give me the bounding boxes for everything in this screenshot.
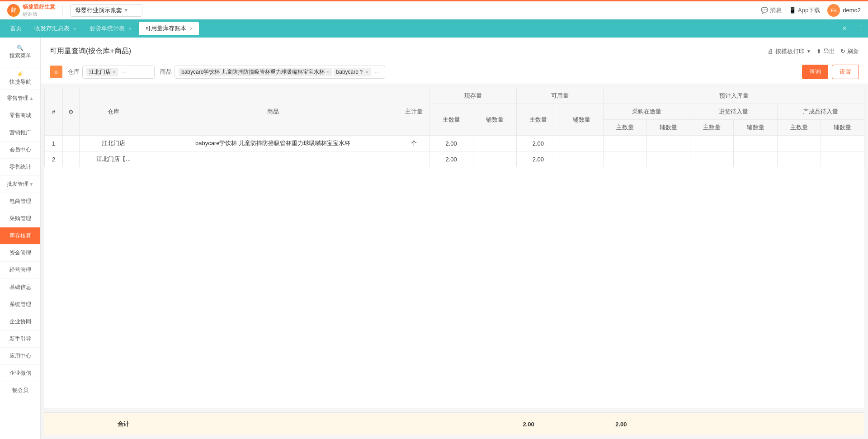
warehouse-tag-1: 江北门店 ×: [86, 68, 118, 76]
chevron-down-icon: ▼: [124, 8, 128, 13]
cell-avail-aux: [560, 136, 603, 151]
sidebar-item-appstore[interactable]: 应用中心: [0, 348, 40, 365]
tab-home[interactable]: 首页: [4, 22, 28, 35]
tab-receipts-label: 收发存汇总表: [34, 24, 70, 33]
cell-settings: [63, 136, 80, 151]
page-actions: 🖨 按模板打印 ▼ ⬆ 导出 ↻ 刷新: [768, 47, 859, 56]
logo-icon: 好: [7, 4, 20, 17]
setting-button[interactable]: 设置: [832, 65, 859, 79]
chevron-icon: ▲: [29, 96, 34, 101]
sidebar-item-system[interactable]: 系统管理: [0, 296, 40, 313]
chevron-print-icon: ▼: [807, 49, 811, 54]
cell-warehouse: 江北门店【...: [80, 151, 148, 167]
th-ip-aux: 辅数量: [734, 120, 777, 136]
org-selector[interactable]: 母婴行业演示账套 ▼: [70, 4, 142, 17]
sidebar-item-enterprise[interactable]: 企业协同: [0, 313, 40, 330]
sidebar-item-operations[interactable]: 经营管理: [0, 262, 40, 279]
nav-icon: ⚡: [17, 71, 24, 77]
product-ellipsis[interactable]: ···: [373, 69, 381, 75]
sidebar-item-inventory[interactable]: 库存核算: [0, 227, 40, 245]
th-forecast-in: 预计入库量: [604, 88, 864, 104]
product-filter: 商品 babycare学饮杯 儿童防摔防撞吸管杯重力球吸嘴杯宝宝水杯 × bab…: [160, 66, 385, 79]
cell-ip-main: [690, 151, 734, 167]
sidebar-item-basic[interactable]: 基础信息: [0, 279, 40, 296]
top-bar: 好 畅捷通好生意 标准版 母婴行业演示账套 ▼ 💬 消息 📱 App下载 Ea …: [0, 1, 868, 19]
tab-fullscreen-button[interactable]: ⛶: [854, 23, 864, 34]
product-tag-1: babycare学饮杯 儿童防摔防撞吸管杯重力球吸嘴杯宝宝水杯 ×: [179, 68, 332, 76]
tab-available-close[interactable]: ×: [190, 26, 193, 31]
th-main-unit: 主计量: [398, 88, 429, 136]
filter-expand-button[interactable]: »: [50, 66, 62, 78]
tab-close-all-button[interactable]: ×: [839, 23, 850, 34]
refresh-button[interactable]: ↻ 刷新: [840, 47, 859, 56]
warehouse-input[interactable]: 江北门店 × ···: [82, 66, 155, 79]
warehouse-ellipsis[interactable]: ···: [120, 69, 128, 75]
table-container: # ⚙ 仓库 商品 主计量 现存量 可用量 预计入库量 主数量 辅数量: [44, 88, 864, 408]
warehouse-tag-remove[interactable]: ×: [113, 70, 115, 75]
query-button[interactable]: 查询: [802, 65, 828, 79]
msg-button[interactable]: 💬 消息: [761, 6, 782, 14]
sidebar-item-quicknav[interactable]: ⚡ 快捷导航: [0, 67, 40, 90]
search-icon: 🔍: [17, 45, 24, 51]
sidebar-item-member2[interactable]: 畅会员: [0, 382, 40, 399]
download-icon: 📱: [789, 7, 796, 14]
th-fp-aux: 辅数量: [821, 120, 864, 136]
tab-orders[interactable]: 要货单统计表 ×: [83, 22, 137, 35]
refresh-icon: ↻: [840, 48, 845, 55]
cell-avail-aux: [560, 151, 603, 167]
th-product: 商品: [148, 88, 398, 136]
sidebar-search-area: 🔍 搜索菜单: [0, 38, 40, 67]
app-download-button[interactable]: 📱 App下载: [789, 6, 820, 14]
sidebar-item-retail-mgmt[interactable]: 零售管理 ▲: [0, 90, 40, 107]
th-settings[interactable]: ⚙: [63, 88, 80, 136]
tab-orders-close[interactable]: ×: [128, 26, 131, 31]
msg-icon: 💬: [761, 7, 768, 14]
main-layout: 🔍 搜索菜单 ⚡ 快捷导航 零售管理 ▲ 零售商城 营销推广 会员中心 零售统计…: [0, 38, 868, 439]
cell-unit: 个: [398, 136, 429, 151]
sidebar-item-retail-stats[interactable]: 零售统计: [0, 159, 40, 176]
export-button[interactable]: ⬆ 导出: [816, 47, 835, 56]
th-avail-main-qty: 主数量: [516, 104, 560, 136]
th-pt-aux: 辅数量: [647, 120, 690, 136]
sidebar-item-guide[interactable]: 新手引导: [0, 330, 40, 348]
data-table: # ⚙ 仓库 商品 主计量 现存量 可用量 预计入库量 主数量 辅数量: [44, 88, 864, 167]
search-menu-button[interactable]: 🔍 搜索菜单: [4, 42, 37, 62]
product-tag-remove[interactable]: ×: [326, 70, 329, 75]
th-avail-aux-qty: 辅数量: [560, 104, 603, 136]
template-print-button[interactable]: 🖨 按模板打印 ▼: [768, 47, 811, 56]
th-warehouse: 仓库: [80, 88, 148, 136]
sidebar-item-wecom[interactable]: 企业微信: [0, 365, 40, 382]
sidebar-item-wholesale-mgmt[interactable]: 批发管理 ▼: [0, 176, 40, 193]
product-tag-2-remove[interactable]: ×: [366, 70, 368, 75]
logo-area: 好 畅捷通好生意 标准版: [7, 3, 55, 18]
cell-curr-aux: [473, 136, 516, 151]
th-finished-pending: 产成品待入量: [777, 104, 864, 120]
top-bar-left: 好 畅捷通好生意 标准版 母婴行业演示账套 ▼: [7, 3, 142, 18]
cell-settings: [63, 151, 80, 167]
sidebar-item-purchase[interactable]: 采购管理: [0, 210, 40, 227]
tab-receipts[interactable]: 收发存汇总表 ×: [28, 22, 82, 35]
chevron2-icon: ▼: [29, 182, 34, 187]
product-input[interactable]: babycare学饮杯 儿童防摔防撞吸管杯重力球吸嘴杯宝宝水杯 × babyca…: [175, 66, 385, 79]
cell-curr-main: 2.00: [429, 151, 473, 167]
cell-pt-aux: [647, 136, 690, 151]
user-menu[interactable]: Ea demo2: [827, 4, 861, 17]
cell-pt-main: [604, 151, 647, 167]
sidebar-item-marketing[interactable]: 营销推广: [0, 124, 40, 142]
cell-avail-main: 2.00: [516, 136, 560, 151]
msg-label: 消息: [770, 6, 782, 14]
cell-fp-aux: [821, 136, 864, 151]
sidebar-item-retail-mall[interactable]: 零售商城: [0, 107, 40, 124]
sidebar-item-ecommerce[interactable]: 电商管理: [0, 193, 40, 210]
tab-available[interactable]: 可用量库存账本 ×: [139, 22, 199, 35]
sidebar-item-finance[interactable]: 资金管理: [0, 245, 40, 262]
footer-label: 合计: [112, 416, 466, 432]
settings-icon: ⚙: [68, 109, 74, 115]
cell-curr-main: 2.00: [429, 136, 473, 151]
sidebar-item-member[interactable]: 会员中心: [0, 142, 40, 159]
footer-current-main: 2.00: [497, 416, 560, 432]
org-name: 母婴行业演示账套: [75, 6, 122, 14]
sidebar-retail-mgmt-label: 零售管理: [7, 94, 28, 102]
cell-avail-main: 2.00: [516, 151, 560, 167]
tab-receipts-close[interactable]: ×: [73, 26, 76, 31]
